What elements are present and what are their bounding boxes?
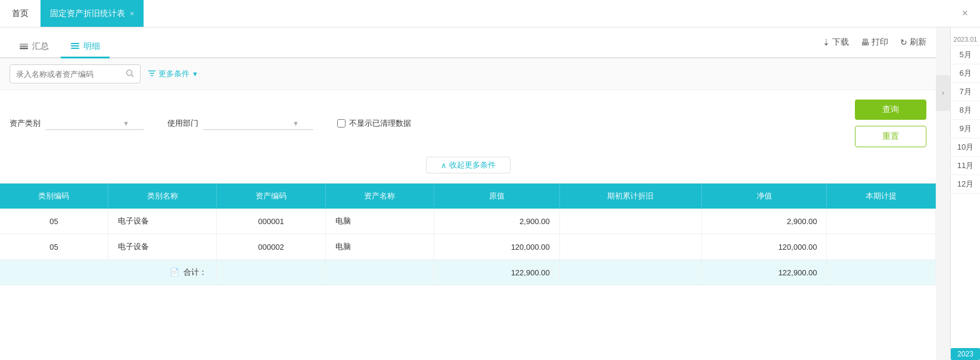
window-close-button[interactable]: × <box>950 0 980 27</box>
col-net-value: 净值 <box>701 184 827 209</box>
svg-rect-1 <box>20 46 28 48</box>
svg-rect-5 <box>71 48 79 49</box>
col-original-value: 原值 <box>434 184 560 209</box>
cell-category-name: 电子设备 <box>108 209 216 234</box>
print-icon: 🖶 <box>861 38 869 47</box>
cell-accumulated-depreciation <box>559 209 701 234</box>
month-list: 5月6月7月8月9月10月11月12月 <box>951 46 980 194</box>
right-area: › 2023.01 5月6月7月8月9月10月11月12月 2023 <box>936 27 980 360</box>
summary-label: 📄 合计： <box>0 260 217 285</box>
collapse-button[interactable]: ∧ 收起更多条件 <box>426 157 511 173</box>
sidebar-month-item[interactable]: 7月 <box>951 83 980 101</box>
table-row: 05 电子设备 000002 电脑 120,000.00 120,000.00 <box>0 234 936 260</box>
main-content: 汇总 明细 ⇣ 下载 <box>0 27 980 360</box>
download-button[interactable]: ⇣ 下载 <box>823 37 849 48</box>
col-accumulated-depreciation: 期初累计折旧 <box>559 184 701 209</box>
toolbar-row: ⇣ 下载 🖶 打印 ↻ 刷新 <box>813 27 936 57</box>
cell-category-code: 05 <box>0 234 108 260</box>
sidebar-month-item[interactable]: 6月 <box>951 64 980 83</box>
search-input[interactable] <box>16 70 122 79</box>
print-label: 打印 <box>872 37 888 48</box>
cell-asset-code: 000002 <box>217 234 325 260</box>
right-sidebar: 2023.01 5月6月7月8月9月10月11月12月 2023 <box>950 27 980 360</box>
summary-row: 📄 合计： 122,900.00 122,900.00 <box>0 260 936 285</box>
hide-cleared-label: 不显示已清理数据 <box>349 118 411 129</box>
sidebar-month-item[interactable]: 5月 <box>951 46 980 64</box>
download-label: 下载 <box>832 37 849 48</box>
svg-rect-4 <box>71 45 79 46</box>
asset-category-arrow-icon: ▼ <box>123 120 129 127</box>
download-icon: ⇣ <box>823 38 830 47</box>
collapse-bar: ∧ 收起更多条件 <box>10 157 926 173</box>
sidebar-month-item[interactable]: 9月 <box>951 120 980 138</box>
summary-current-depreciation <box>827 260 936 285</box>
search-icon <box>126 69 134 79</box>
active-tab[interactable]: 固定资产折旧统计表 × <box>41 0 144 27</box>
search-row: 更多条件 ▼ <box>0 58 936 90</box>
cell-asset-name: 电脑 <box>325 209 434 234</box>
department-arrow-icon: ▼ <box>293 120 299 127</box>
cell-asset-name: 电脑 <box>325 234 434 260</box>
reset-button[interactable]: 重置 <box>855 126 926 147</box>
cell-asset-code: 000001 <box>217 209 325 234</box>
search-input-wrap[interactable] <box>10 64 141 83</box>
table-header-row: 类别编码 类别名称 资产编码 资产名称 原值 期初累计折旧 净值 本期计提 <box>0 184 936 209</box>
hide-cleared-item: 不显示已清理数据 <box>337 118 411 129</box>
refresh-icon: ↻ <box>900 38 907 47</box>
summary-icon: 📄 <box>170 268 179 277</box>
svg-rect-0 <box>20 44 28 45</box>
top-nav: 首页 固定资产折旧统计表 × × <box>0 0 980 27</box>
asset-category-select[interactable]: ▼ <box>45 117 144 130</box>
department-label: 使用部门 <box>167 118 198 129</box>
left-panel: 汇总 明细 ⇣ 下载 <box>0 27 936 360</box>
sidebar-month-item[interactable]: 11月 <box>951 157 980 175</box>
more-conditions-button[interactable]: 更多条件 ▼ <box>148 69 198 79</box>
sidebar-month-item[interactable]: 8月 <box>951 101 980 120</box>
tab-row: 汇总 明细 <box>0 27 813 57</box>
department-select[interactable]: ▼ <box>203 117 313 130</box>
col-category-code: 类别编码 <box>0 184 108 209</box>
cell-category-name: 电子设备 <box>108 234 216 260</box>
asset-category-label: 资产类别 <box>10 118 41 129</box>
tab-summary[interactable]: 汇总 <box>10 36 58 58</box>
more-conditions-label: 更多条件 <box>158 69 189 79</box>
svg-rect-2 <box>20 48 28 49</box>
list-icon <box>70 42 80 51</box>
sidebar-month-item[interactable]: 10月 <box>951 138 980 157</box>
filter-actions: 查询 重置 <box>855 100 926 147</box>
home-tab[interactable]: 首页 <box>0 0 41 27</box>
summary-net-value: 122,900.00 <box>701 260 827 285</box>
cell-original-value: 120,000.00 <box>434 234 560 260</box>
chevron-up-icon: ∧ <box>441 161 447 170</box>
col-current-depreciation: 本期计提 <box>827 184 936 209</box>
data-table-wrap: 类别编码 类别名称 资产编码 资产名称 原值 期初累计折旧 净值 本期计提 05… <box>0 184 936 360</box>
tab-summary-label: 汇总 <box>32 41 49 52</box>
layers-icon <box>19 42 29 51</box>
refresh-button[interactable]: ↻ 刷新 <box>900 37 926 48</box>
col-category-name: 类别名称 <box>108 184 216 209</box>
close-tab-icon[interactable]: × <box>130 10 134 18</box>
col-asset-name: 资产名称 <box>325 184 434 209</box>
summary-empty-1 <box>217 260 325 285</box>
summary-original-value: 122,900.00 <box>434 260 560 285</box>
table-row: 05 电子设备 000001 电脑 2,900.00 2,900.00 <box>0 209 936 234</box>
summary-accumulated-depreciation <box>559 260 701 285</box>
print-button[interactable]: 🖶 打印 <box>861 37 888 48</box>
data-table: 类别编码 类别名称 资产编码 资产名称 原值 期初累计折旧 净值 本期计提 05… <box>0 184 936 285</box>
sidebar-month-item[interactable]: 12月 <box>951 175 980 194</box>
col-asset-code: 资产编码 <box>217 184 325 209</box>
refresh-label: 刷新 <box>910 37 926 48</box>
hide-cleared-checkbox[interactable] <box>337 119 346 128</box>
date-display: 2023.01 <box>951 33 980 46</box>
query-button[interactable]: 查询 <box>855 100 926 120</box>
filter-icon <box>148 69 156 79</box>
filter-panel: 资产类别 ▼ 使用部门 ▼ 不显示已清理数据 <box>0 90 936 184</box>
sidebar-collapse-arrow[interactable]: › <box>936 75 950 111</box>
cell-current-depreciation <box>827 209 936 234</box>
svg-point-6 <box>127 70 132 75</box>
year-badge: 2023 <box>951 348 980 360</box>
cell-category-code: 05 <box>0 209 108 234</box>
svg-line-7 <box>132 75 134 77</box>
svg-rect-3 <box>71 43 79 44</box>
tab-detail[interactable]: 明细 <box>61 36 110 58</box>
